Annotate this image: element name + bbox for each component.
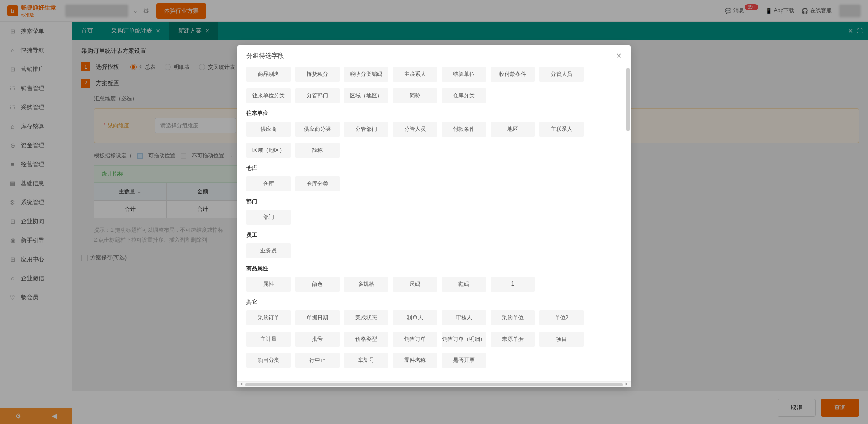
field-chip[interactable]: 简称 [393, 88, 437, 103]
field-chip[interactable]: 来源单据 [491, 332, 535, 347]
field-chip[interactable]: 采购订单 [246, 310, 291, 325]
field-chip[interactable]: 项目 [539, 332, 584, 347]
field-chip[interactable]: 区域（地区） [246, 143, 291, 158]
group-title: 其它 [246, 298, 622, 306]
field-chip[interactable]: 供应商 [246, 122, 291, 137]
group-title: 商品属性 [246, 265, 622, 272]
field-chip[interactable]: 部门 [246, 210, 291, 225]
field-chip[interactable]: 单据日期 [295, 310, 340, 325]
field-chip[interactable]: 是否开票 [442, 353, 486, 368]
field-chip[interactable]: 分管人员 [539, 67, 584, 82]
field-chip[interactable]: 税收分类编码 [344, 67, 388, 82]
field-chip[interactable]: 销售订单（明细） [442, 332, 486, 347]
field-chip[interactable]: 鞋码 [442, 277, 486, 292]
field-chip[interactable]: 属性 [246, 277, 291, 292]
field-chip[interactable]: 收付款条件 [491, 67, 535, 82]
field-chip[interactable]: 区域（地区） [344, 88, 388, 103]
field-chip[interactable]: 采购单位 [491, 310, 535, 325]
field-chip[interactable]: 主计量 [246, 332, 291, 347]
field-chip[interactable]: 尺码 [393, 277, 437, 292]
field-chip[interactable]: 地区 [491, 122, 535, 137]
field-picker-modal: 分组待选字段 ✕ 商品别名拣货积分税收分类编码主联系人结算单位收付款条件分管人员… [237, 45, 631, 387]
modal-vscroll-track [626, 68, 630, 381]
field-chip[interactable]: 项目分类 [246, 353, 291, 368]
field-chip[interactable]: 零件名称 [393, 353, 437, 368]
field-chip[interactable]: 付款条件 [442, 122, 486, 137]
field-chip[interactable]: 销售订单 [393, 332, 437, 347]
field-chip[interactable]: 分管部门 [295, 88, 340, 103]
field-chip[interactable]: 简称 [295, 143, 340, 158]
field-chip[interactable]: 颜色 [295, 277, 340, 292]
close-icon[interactable]: ✕ [616, 52, 622, 60]
field-chip[interactable]: 仓库分类 [442, 88, 486, 103]
field-chip[interactable]: 1 [491, 277, 535, 292]
hscroll-thumb[interactable] [245, 383, 623, 386]
field-chip[interactable]: 车架号 [344, 353, 388, 368]
field-chip[interactable]: 业务员 [246, 243, 291, 258]
group-title: 仓库 [246, 164, 622, 172]
group-title: 往来单位 [246, 110, 622, 117]
field-chip[interactable]: 价格类型 [344, 332, 388, 347]
field-chip[interactable]: 结算单位 [442, 67, 486, 82]
field-chip[interactable]: 分管人员 [393, 122, 437, 137]
field-chip[interactable]: 多规格 [344, 277, 388, 292]
field-chip[interactable]: 分管部门 [344, 122, 388, 137]
field-chip[interactable]: 单位2 [539, 310, 584, 325]
field-chip[interactable]: 制单人 [393, 310, 437, 325]
field-chip[interactable]: 行中止 [295, 353, 340, 368]
field-chip[interactable]: 批号 [295, 332, 340, 347]
field-chip[interactable]: 完成状态 [344, 310, 388, 325]
field-chip[interactable]: 主联系人 [539, 122, 584, 137]
field-chip[interactable]: 往来单位分类 [246, 88, 291, 103]
field-chip[interactable]: 商品别名 [246, 67, 291, 82]
field-chip[interactable]: 仓库分类 [295, 176, 340, 191]
modal-title: 分组待选字段 [246, 52, 284, 60]
field-chip[interactable]: 拣货积分 [295, 67, 340, 82]
modal-hscroll[interactable] [237, 381, 631, 387]
field-chip[interactable]: 审核人 [442, 310, 486, 325]
field-chip[interactable]: 仓库 [246, 176, 291, 191]
group-title: 员工 [246, 231, 622, 239]
group-title: 部门 [246, 198, 622, 205]
field-chip[interactable]: 供应商分类 [295, 122, 340, 137]
modal-vscroll-thumb[interactable] [626, 68, 630, 131]
field-chip[interactable]: 主联系人 [393, 67, 437, 82]
